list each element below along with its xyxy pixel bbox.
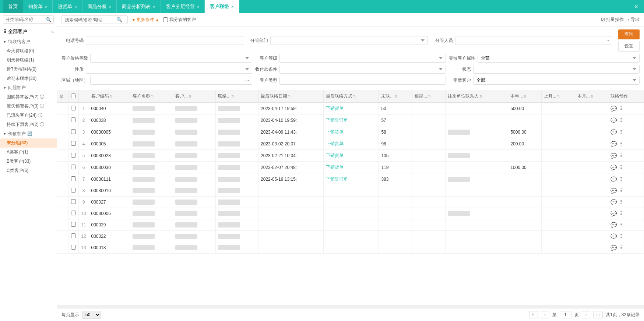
filter-retail-customer-select[interactable]: 全部 [473,76,640,85]
first-page-btn[interactable]: K [529,311,538,318]
col-contact[interactable]: 联络... ⇅ [216,90,258,103]
contact-method-link[interactable]: 下销货单 [326,141,344,146]
more-icon[interactable]: ⠿ [619,129,623,135]
more-icon[interactable]: ⠿ [619,245,623,251]
col-no-contact[interactable]: 未联... ⇅ [379,90,412,103]
col-customer-code[interactable]: 客户编码 ⇅ [89,90,130,103]
group-problem-customer[interactable]: ▼ 问题客户 [0,83,57,92]
filter-price-level-select[interactable] [90,54,252,63]
tab-product-analysis-list[interactable]: 商品分析列表 × [117,0,161,13]
more-icon[interactable]: ⠿ [619,117,623,123]
more-conditions-btn[interactable]: ▼ 更多条件 ▲ [131,17,159,23]
more-icon[interactable]: ⠿ [619,106,623,112]
group-pending-contact[interactable]: ▼ 待联络客户 [0,37,57,46]
tab-product-analysis-list-close[interactable]: × [153,4,155,9]
more-icon[interactable]: ⠿ [619,222,623,228]
more-icon[interactable]: ⠿ [619,211,623,216]
more-icon[interactable]: ⠿ [619,141,623,147]
more-icon[interactable]: ⠿ [619,153,623,159]
chat-icon[interactable]: 💬 [610,165,617,170]
row-checkbox[interactable] [71,165,76,169]
sidebar-item-declining[interactable]: 持续下滑客户(2) ⓘ [0,120,57,129]
tab-product-analysis-close[interactable]: × [109,4,111,9]
prev-page-btn[interactable]: < [541,311,549,318]
chat-icon[interactable]: 💬 [610,211,617,216]
col-unit-contact[interactable]: 往来单位联系人 ⇅ [446,90,508,103]
more-icon[interactable]: ⠿ [619,165,623,170]
col-last-contact-method[interactable]: 最后联络方式 ⇅ [323,90,379,103]
col-customer-type[interactable]: 客户... ⇅ [173,90,216,103]
tab-home[interactable]: 首页 [3,0,23,13]
sidebar-item-type-a[interactable]: A类客户(1) [0,148,57,157]
sidebar-item-hoarding-abnormal[interactable]: 囤购异常客户(2) ⓘ [0,92,57,102]
col-overdue[interactable]: 逾期... ⇅ [412,90,446,103]
row-checkbox[interactable] [71,222,76,227]
chat-icon[interactable]: 💬 [610,153,617,159]
page-size-select[interactable]: 50 20 100 [82,311,101,319]
settings-gear-icon[interactable]: ⚙ [59,94,64,99]
col-customer-name[interactable]: 客户名称 ⇅ [130,90,173,103]
sidebar-item-type-b[interactable]: B类客户(33) [0,157,57,166]
group-value-customer[interactable]: ▼ 价值客户 🔄 [0,129,57,138]
sidebar-item-type-c[interactable]: C类客户(6) [0,166,57,175]
chat-icon[interactable]: 💬 [610,176,617,182]
chat-icon[interactable]: 💬 [610,188,617,194]
filter-customer-level-select[interactable] [279,54,446,63]
col-this-year[interactable]: 本年... ⇅ [508,90,542,103]
more-icon[interactable]: ⠿ [619,176,623,182]
chat-icon[interactable]: 💬 [610,245,617,251]
row-checkbox[interactable] [71,106,76,110]
horizontal-scrollbar[interactable] [57,305,644,308]
tab-sales-close[interactable]: × [45,4,47,9]
page-input[interactable] [560,311,571,318]
more-icon[interactable]: ⠿ [619,188,623,194]
sidebar-item-7day-pending[interactable]: 近7天待联络(0) [0,65,57,74]
filter-nature-select[interactable] [86,65,252,74]
col-this-month[interactable]: 本月... ⇅ [575,90,608,103]
window-close-button[interactable]: × [631,3,641,11]
sidebar-item-churn-warning[interactable]: 流失预警客户(3) ⓘ [0,102,57,111]
chat-icon[interactable]: 💬 [610,129,617,135]
tab-sales[interactable]: 销货单 × [23,0,53,13]
all-customers-header[interactable]: ⠿ 全部客户 « [0,26,57,37]
chat-icon[interactable]: 💬 [610,141,617,147]
col-last-contact-date[interactable]: 最后联络日期 ⇅ [258,90,323,103]
filter-customer-type-input[interactable] [279,76,446,85]
chat-icon[interactable]: 💬 [610,233,617,239]
row-checkbox[interactable] [71,211,76,215]
next-page-btn[interactable]: > [582,311,590,318]
contact-method-link[interactable]: 下销货单 [326,129,344,134]
batch-op-button[interactable]: ☑ 批量操作 [601,17,624,23]
sidebar-item-today-pending[interactable]: 今天待联络(0) [0,46,57,56]
my-customers-checkbox[interactable] [163,17,168,22]
export-button[interactable]: ↑ 导出 [627,17,640,23]
contact-method-link[interactable]: 下销售订单 [326,176,348,181]
contact-method-link[interactable]: 下销售订单 [326,117,348,123]
tab-customer-segment[interactable]: 客户分层经营 × [161,0,205,13]
row-checkbox[interactable] [71,188,76,193]
filter-dept-select[interactable] [270,36,427,45]
sidebar-item-tomorrow-pending[interactable]: 明天待联络(1) [0,56,57,65]
row-checkbox[interactable] [71,129,76,134]
filter-payment-select[interactable] [279,65,446,74]
filter-retail-attr-select[interactable]: 全部 [478,54,640,63]
row-checkbox[interactable] [71,245,76,250]
filter-status-select[interactable] [473,65,640,74]
sidebar-item-unclassified[interactable]: 未分组(32) [0,138,57,148]
chat-icon[interactable]: 💬 [610,106,617,112]
filter-region-dots[interactable]: ··· [90,76,252,85]
reset-button[interactable]: 设置 [618,41,640,52]
chat-icon[interactable]: 💬 [610,222,617,228]
tab-product-analysis[interactable]: 商品分析 × [82,0,117,13]
row-checkbox[interactable] [71,199,76,204]
col-last-month[interactable]: 上月... ⇅ [541,90,575,103]
sidebar-item-churned[interactable]: 已流失客户(24) ⓘ [0,111,57,120]
row-checkbox[interactable] [71,176,76,181]
row-checkbox[interactable] [71,141,76,146]
contact-method-link[interactable]: 下销货单 [326,165,344,170]
row-checkbox[interactable] [71,233,76,238]
sidebar-item-overdue-pending[interactable]: 逾期未联络(30) [0,74,57,83]
more-icon[interactable]: ⠿ [619,199,623,205]
sidebar-collapse-btn[interactable]: « [51,29,54,34]
tab-customer-contact-close[interactable]: × [231,4,233,9]
